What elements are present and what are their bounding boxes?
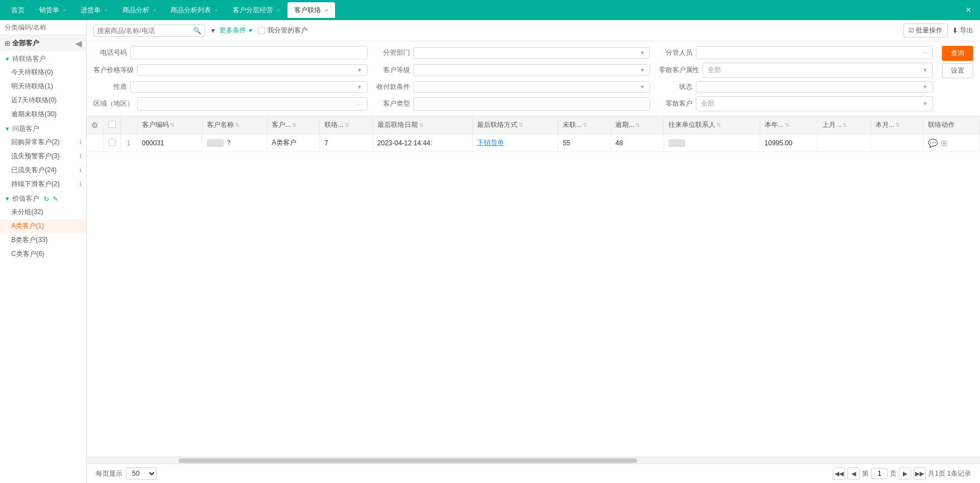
filter-field-retail-attr: 零散客户属性 全部 ▼ <box>659 63 933 78</box>
sidebar-value-edit-icon[interactable]: ✎ <box>53 195 58 203</box>
filter-my-customers-checkbox[interactable]: 我分管的客户 <box>258 26 308 35</box>
filter-input-customer-type[interactable] <box>413 97 651 111</box>
export-button[interactable]: ⬇ 导出 <box>952 26 973 35</box>
page-number-input[interactable] <box>871 468 888 479</box>
filter-label-region: 区域（地区） <box>93 99 134 108</box>
sidebar-search-input[interactable] <box>4 23 87 31</box>
nav-tab-customer-contact[interactable]: 客户联络 × <box>288 2 334 18</box>
col-header-gear: ⚙ <box>87 116 103 134</box>
col-sort-not-contact[interactable]: ⇅ <box>583 122 587 128</box>
filter-select-price-arrow: ▼ <box>357 67 362 73</box>
filter-select-payment[interactable]: ▼ <box>413 81 651 93</box>
sidebar-section-value-arrow: ▼ <box>4 196 10 202</box>
sidebar-item-churned[interactable]: 已流失客户(24) ℹ <box>0 163 86 177</box>
nav-tab-close-analysis-list[interactable]: × <box>214 7 218 13</box>
col-sort-name[interactable]: ⇅ <box>235 122 239 128</box>
filter-search-input[interactable] <box>97 27 191 35</box>
sidebar-item-declining[interactable]: 持续下滑客户(2) ℹ <box>0 177 86 191</box>
top-nav: 首页 销货单 × 进货单 × 商品分析 × 商品分析列表 × 客户分层经营 × … <box>0 0 980 20</box>
filter-region-dots: ··· <box>357 100 362 108</box>
my-customers-check[interactable] <box>258 27 265 34</box>
filter-input-phone[interactable] <box>130 46 368 59</box>
col-sort-this-year[interactable]: ⇅ <box>785 122 789 128</box>
col-sort-this-month[interactable]: ⇅ <box>896 122 900 128</box>
table-select-all-checkbox[interactable] <box>109 121 116 128</box>
sidebar-item-ungrouped[interactable]: 未分组(32) <box>0 205 86 219</box>
pagination-prev-button[interactable]: ◀ <box>847 467 860 480</box>
filter-label-nature: 性质 <box>93 82 127 92</box>
sidebar-section-value-label: 价值客户 <box>12 194 39 203</box>
row-checkbox[interactable] <box>109 139 116 146</box>
filter-input-region[interactable]: ··· <box>137 97 368 111</box>
pagination-first-button[interactable]: ◀◀ <box>833 467 845 480</box>
col-sort-last-method[interactable]: ⇅ <box>519 122 523 128</box>
nav-home[interactable]: 首页 <box>4 2 31 18</box>
per-page-select[interactable]: 50 100 200 <box>126 467 157 480</box>
sidebar-section-problem-label: 问题客户 <box>12 124 39 134</box>
filter-select-customer-level[interactable]: ▼ <box>413 64 651 76</box>
sidebar-item-churn-warning[interactable]: 流失预警客户(3) ℹ <box>0 149 86 163</box>
sidebar-collapse-button[interactable]: ◀ <box>76 39 82 48</box>
my-customers-label: 我分管的客户 <box>267 26 308 35</box>
nav-tab-analysis-list[interactable]: 商品分析列表 × <box>164 2 224 18</box>
nav-tab-analysis[interactable]: 商品分析 × <box>116 2 163 18</box>
nav-tab-close-salesorder[interactable]: × <box>63 7 66 13</box>
settings-button[interactable]: 设置 <box>942 63 973 78</box>
row-action-grid-icon[interactable]: ⊞ <box>941 139 948 148</box>
nav-tab-salesorder[interactable]: 销货单 × <box>32 2 73 18</box>
row-this-year-cell: 10995.00 <box>760 134 818 152</box>
sidebar-item-type-a[interactable]: A类客户(1) <box>0 219 86 233</box>
filter-select-status[interactable]: ▼ <box>696 81 933 93</box>
filter-select-retail[interactable]: 全部 ▼ <box>696 96 933 111</box>
sidebar-value-refresh-icon[interactable]: ↻ <box>44 195 49 203</box>
pagination-last-button[interactable]: ▶▶ <box>913 467 926 480</box>
nav-tab-customer-tier[interactable]: 客户分层经营 × <box>226 2 286 18</box>
nav-close-all-button[interactable]: × <box>962 5 976 15</box>
pagination-next-button[interactable]: ▶ <box>899 467 911 480</box>
filter-bar: 🔍 ▼ 更多条件 ▼ 我分管的客户 ☑ 批量操作 ⬇ 导出 <box>87 20 980 41</box>
sidebar-item-type-b[interactable]: B类客户(33) <box>0 233 86 247</box>
nav-tab-close-customer-contact[interactable]: × <box>324 7 328 13</box>
col-sort-last-date[interactable]: ⇅ <box>419 122 423 128</box>
sidebar-section-problem: ▼ 问题客户 <box>0 121 86 135</box>
filter-input-person[interactable]: ··· <box>696 46 933 59</box>
nav-tab-close-analysis[interactable]: × <box>153 7 156 13</box>
filter-select-dept[interactable]: ▼ <box>413 47 651 59</box>
row-action-chat-icon[interactable]: 💬 <box>928 139 937 148</box>
scroll-thumb[interactable] <box>178 458 637 463</box>
col-sort-type[interactable]: ⇅ <box>292 122 296 128</box>
query-button[interactable]: 查询 <box>942 46 973 61</box>
nav-tab-close-customer-tier[interactable]: × <box>276 7 280 13</box>
filter-search-icon[interactable]: 🔍 <box>193 27 201 35</box>
batch-ops-button[interactable]: ☑ 批量操作 <box>903 23 948 37</box>
row-unit-contact-cell <box>663 134 760 152</box>
filter-select-pay-arrow: ▼ <box>639 84 645 90</box>
total-records-label: 共1页 1条记录 <box>928 469 971 479</box>
nav-tab-close-purchaseorder[interactable]: × <box>104 7 107 13</box>
sidebar-item-type-c[interactable]: C类客户(6) <box>0 247 86 261</box>
row-this-year: 10995.00 <box>765 139 793 147</box>
filter-select-price-level[interactable]: ▼ <box>137 64 368 76</box>
sidebar-item-overdue-contact[interactable]: 逾期未联络(30) <box>0 107 86 121</box>
gear-settings-icon[interactable]: ⚙ <box>91 121 98 130</box>
horizontal-scrollbar[interactable] <box>87 457 980 463</box>
col-sort-last-month[interactable]: ⇅ <box>842 122 847 128</box>
sidebar-item-repurchase-abnormal[interactable]: 回购异常客户(2) ℹ <box>0 135 86 149</box>
col-sort-code[interactable]: ⇅ <box>170 122 175 128</box>
sidebar-item-tomorrow[interactable]: 明天待联络(1) <box>0 79 86 93</box>
sidebar-item-7days[interactable]: 近7天待联络(0) <box>0 93 86 107</box>
col-sort-overdue[interactable]: ⇅ <box>635 122 640 128</box>
col-sort-unit-contact[interactable]: ⇅ <box>717 122 721 128</box>
filter-select-retail-attr[interactable]: 全部 ▼ <box>703 63 933 78</box>
row-last-method[interactable]: 下销货单 <box>477 139 504 146</box>
row-not-contact-cell: 55 <box>558 134 610 152</box>
sidebar-section-problem-arrow: ▼ <box>4 126 10 132</box>
row-code-cell: 000031 <box>137 134 202 152</box>
nav-tab-purchaseorder[interactable]: 进货单 × <box>74 2 114 18</box>
filter-select-nature[interactable]: ▼ <box>130 81 368 93</box>
row-this-month-cell <box>870 134 923 152</box>
filter-more-conditions[interactable]: ▼ 更多条件 ▼ <box>210 26 253 35</box>
sidebar-item-today[interactable]: 今天待联络(0) <box>0 65 86 79</box>
row-type: A类客户 <box>272 139 296 146</box>
col-sort-contact[interactable]: ⇅ <box>345 122 349 128</box>
